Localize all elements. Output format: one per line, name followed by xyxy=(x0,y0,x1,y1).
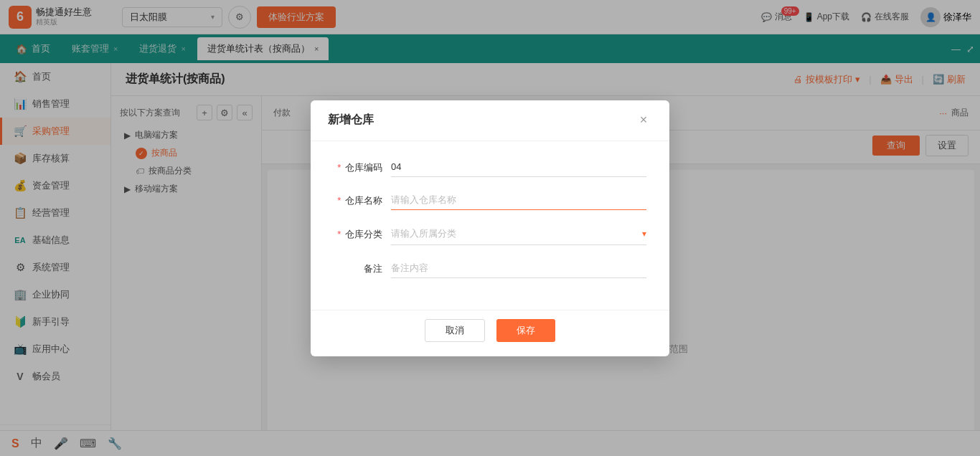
modal-body: * 仓库编码 * 仓库名称 * 仓库分类 请输入所属 xyxy=(311,141,669,310)
note-input[interactable] xyxy=(391,260,646,278)
name-label: * 仓库名称 xyxy=(334,194,391,207)
category-select[interactable]: 请输入所属分类 ▾ xyxy=(391,224,646,245)
new-warehouse-modal: 新增仓库 × * 仓库编码 * 仓库名称 xyxy=(311,100,669,356)
category-label: * 仓库分类 xyxy=(334,228,391,241)
form-row-note: 备注 xyxy=(334,260,646,278)
dropdown-arrow-icon: ▾ xyxy=(642,229,646,239)
modal-footer: 取消 保存 xyxy=(311,310,669,356)
note-label: 备注 xyxy=(334,262,391,275)
code-input[interactable] xyxy=(391,158,646,177)
modal-overlay[interactable]: 新增仓库 × * 仓库编码 * 仓库名称 xyxy=(0,0,980,456)
form-row-category: * 仓库分类 请输入所属分类 ▾ xyxy=(334,224,646,245)
cancel-button[interactable]: 取消 xyxy=(425,319,485,342)
form-row-code: * 仓库编码 xyxy=(334,158,646,177)
category-placeholder: 请输入所属分类 xyxy=(391,227,456,240)
modal-close-button[interactable]: × xyxy=(635,112,652,129)
form-row-name: * 仓库名称 xyxy=(334,191,646,210)
save-button[interactable]: 保存 xyxy=(496,319,555,342)
modal-header: 新增仓库 × xyxy=(311,100,669,141)
modal-title: 新增仓库 xyxy=(328,113,374,128)
code-label: * 仓库编码 xyxy=(334,161,391,174)
name-input[interactable] xyxy=(391,191,646,210)
